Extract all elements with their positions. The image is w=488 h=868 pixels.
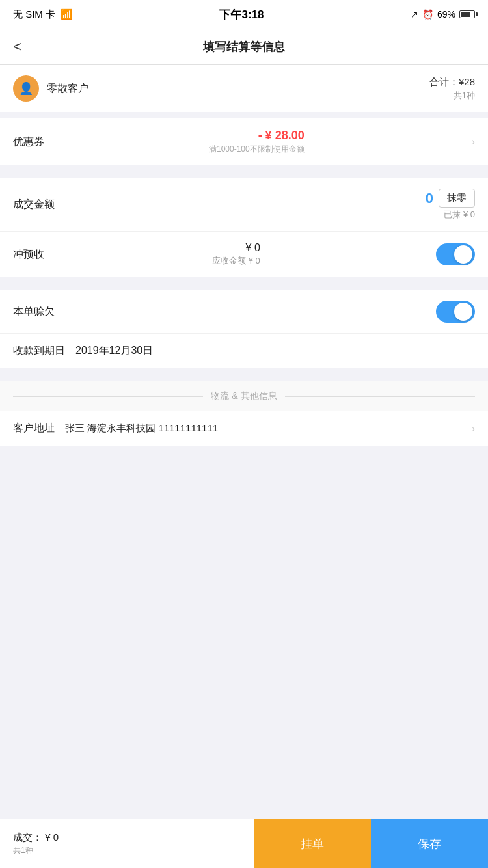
round-zero-button[interactable]: 抹零 — [439, 189, 475, 208]
prepaid-toggle[interactable] — [436, 243, 475, 265]
toggle-knob — [454, 245, 472, 264]
amount-sub: 已抹 ¥ 0 — [381, 209, 475, 221]
location-icon: ↗ — [411, 9, 418, 20]
back-button[interactable]: < — [13, 38, 21, 55]
total-amount: 合计：¥28 — [429, 76, 475, 88]
hang-label: 挂单 — [301, 836, 324, 852]
coupon-value: - ¥ 28.00 — [209, 129, 305, 142]
status-right: ↗ ⏰ 69% — [411, 9, 475, 20]
bottom-info: 成交： ¥ 0 共1种 — [0, 832, 254, 856]
customer-name: 零散客户 — [47, 82, 88, 96]
amount-card: 成交金额 抹零 已抹 ¥ 0 冲预收 ¥ 0 应收金额 ¥ 0 — [0, 178, 488, 277]
coupon-right: - ¥ 28.00 满1000-100不限制使用金额 — [209, 129, 305, 155]
prepaid-label: 冲预收 — [13, 248, 44, 262]
bottom-deal: 成交： ¥ 0 — [13, 832, 241, 844]
alarm-icon: ⏰ — [422, 9, 433, 20]
coupon-label: 优惠券 — [13, 135, 44, 149]
coupon-card[interactable]: 优惠券 - ¥ 28.00 满1000-100不限制使用金额 › — [0, 118, 488, 165]
prepaid-value: ¥ 0 — [212, 242, 260, 254]
debt-label: 本单赊欠 — [13, 305, 55, 319]
coupon-chevron-icon: › — [472, 136, 475, 148]
logistics-header: 物流 & 其他信息 — [0, 381, 488, 411]
debt-row: 本单赊欠 — [0, 290, 488, 334]
coupon-row[interactable]: 优惠券 - ¥ 28.00 满1000-100不限制使用金额 › — [0, 118, 488, 165]
deal-label: 成交： — [13, 832, 42, 843]
address-value: 张三 海淀永丰科技园 11111111111 — [65, 422, 459, 435]
page-title: 填写结算等信息 — [203, 39, 285, 55]
nav-bar: < 填写结算等信息 — [0, 29, 488, 65]
bottom-count: 共1种 — [13, 845, 241, 856]
divider-1 — [0, 172, 488, 178]
bottom-bar: 成交： ¥ 0 共1种 挂单 保存 — [0, 819, 488, 868]
debt-toggle[interactable] — [436, 301, 475, 323]
prepaid-row: 冲预收 ¥ 0 应收金额 ¥ 0 — [0, 232, 488, 277]
prepaid-sub: 应收金额 ¥ 0 — [212, 255, 260, 267]
amount-value-wrap: 抹零 — [381, 189, 475, 208]
amount-input[interactable] — [381, 190, 433, 207]
content: 👤 零散客户 合计：¥28 共1种 优惠券 - ¥ 28.00 满1000-10… — [0, 65, 488, 504]
avatar-icon: 👤 — [19, 81, 33, 96]
amount-right: 抹零 已抹 ¥ 0 — [381, 189, 475, 221]
address-chevron-icon: › — [472, 423, 475, 435]
carrier-label: 无 SIM 卡 — [13, 8, 55, 21]
address-card[interactable]: 客户地址 张三 海淀永丰科技园 11111111111 › — [0, 411, 488, 446]
customer-right: 合计：¥28 共1种 — [429, 76, 475, 102]
amount-label: 成交金额 — [13, 198, 55, 211]
save-button[interactable]: 保存 — [371, 819, 488, 869]
due-date-value: 2019年12月30日 — [75, 344, 153, 358]
logistics-line-right — [285, 396, 475, 397]
customer-left: 👤 零散客户 — [13, 75, 88, 102]
status-bar: 无 SIM 卡 📶 下午3:18 ↗ ⏰ 69% — [0, 0, 488, 29]
amount-row: 成交金额 抹零 已抹 ¥ 0 — [0, 178, 488, 232]
divider-2 — [0, 284, 488, 290]
logistics-title: 物流 & 其他信息 — [211, 390, 277, 402]
logistics-line-left — [13, 396, 203, 397]
avatar: 👤 — [13, 75, 39, 102]
divider-3 — [0, 375, 488, 381]
address-row[interactable]: 客户地址 张三 海淀永丰科技园 11111111111 › — [0, 411, 488, 446]
due-date-row: 收款到期日 2019年12月30日 — [0, 334, 488, 368]
debt-card: 本单赊欠 收款到期日 2019年12月30日 — [0, 290, 488, 368]
save-label: 保存 — [418, 836, 441, 852]
status-left: 无 SIM 卡 📶 — [13, 8, 73, 21]
customer-row: 👤 零散客户 合计：¥28 共1种 — [0, 65, 488, 112]
battery-icon — [459, 10, 475, 18]
status-time: 下午3:18 — [219, 7, 264, 22]
customer-card: 👤 零散客户 合计：¥28 共1种 — [0, 65, 488, 112]
coupon-sub: 满1000-100不限制使用金额 — [209, 144, 305, 155]
total-count: 共1种 — [429, 90, 475, 102]
battery-percent: 69% — [437, 9, 455, 20]
wifi-icon: 📶 — [61, 8, 73, 20]
deal-amount: ¥ 0 — [45, 832, 59, 843]
hang-button[interactable]: 挂单 — [254, 819, 371, 869]
address-label: 客户地址 — [13, 422, 55, 435]
due-date-label: 收款到期日 — [13, 344, 65, 358]
debt-toggle-knob — [454, 303, 472, 321]
prepaid-right: ¥ 0 应收金额 ¥ 0 — [212, 242, 260, 267]
